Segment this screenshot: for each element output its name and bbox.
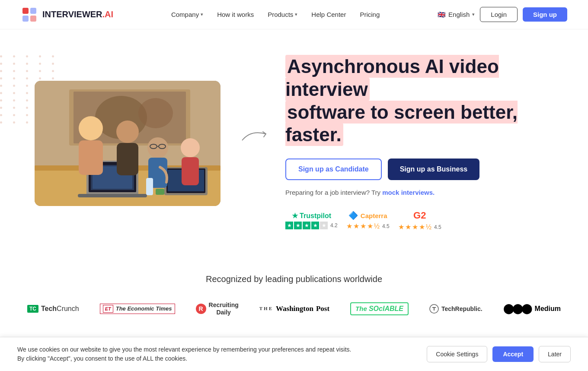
- techcrunch-logo: TC TechCrunch: [27, 305, 79, 313]
- mock-interviews-link[interactable]: mock interviews.: [382, 189, 435, 196]
- svg-rect-32: [156, 189, 164, 195]
- nav-item-products[interactable]: Products ▾: [268, 11, 297, 18]
- svg-point-22: [116, 120, 139, 143]
- hero-image: [35, 81, 220, 206]
- washington-post-logo: The Washington Post: [259, 304, 329, 313]
- navbar: INTERVIEWER.AI Company ▾ How it works Pr…: [0, 0, 588, 29]
- tech-republic-icon: [429, 304, 439, 314]
- hero-title: Asynchronous AI video interview software…: [285, 55, 567, 146]
- capterra-rating: 🔷 Capterra ★ ★ ★ ★ ½ 4.5: [346, 211, 390, 230]
- cookie-settings-button[interactable]: Cookie Settings: [427, 346, 487, 362]
- logo[interactable]: INTERVIEWER.AI: [21, 6, 113, 23]
- cookie-banner: We use cookies on our website to give yo…: [0, 337, 588, 371]
- sociable-logo: The SOcIABLE: [350, 302, 409, 315]
- g2-logo: G2: [413, 210, 426, 221]
- signup-button[interactable]: Sign up: [523, 7, 567, 22]
- trustpilot-score: 4.2: [330, 222, 338, 228]
- hero-image-container: [35, 81, 251, 206]
- g2-rating: G2 ★ ★ ★ ★ ½ 4.5: [398, 210, 441, 231]
- logo-icon: [21, 6, 38, 23]
- capterra-logo-icon: 🔷: [348, 211, 358, 220]
- cookie-accept-button[interactable]: Accept: [492, 346, 534, 362]
- svg-rect-2: [30, 8, 36, 14]
- svg-point-9: [138, 98, 173, 128]
- capterra-stars: ★ ★ ★ ★ ½ 4.5: [346, 222, 390, 230]
- publications-title: Recognized by leading publications world…: [21, 274, 567, 284]
- svg-rect-3: [22, 16, 29, 22]
- cookie-actions: Cookie Settings Accept Later: [427, 346, 571, 362]
- signup-candidate-button[interactable]: Sign up as Candidate: [285, 159, 382, 180]
- trustpilot-logo: ★ Trustpilot: [292, 212, 331, 220]
- trustpilot-rating: ★ Trustpilot ★ ★ ★ ★ ★ 4.2: [285, 212, 338, 229]
- login-button[interactable]: Login: [480, 7, 518, 22]
- language-selector[interactable]: 🇬🇧 English ▾: [438, 11, 475, 19]
- medium-logo: ⬤⬤⬤ Medium: [503, 303, 561, 314]
- svg-rect-30: [182, 157, 199, 185]
- capterra-score: 4.5: [382, 223, 390, 229]
- svg-point-29: [181, 138, 200, 157]
- chevron-down-icon: ▾: [295, 12, 297, 17]
- svg-point-20: [79, 116, 103, 140]
- svg-rect-31: [146, 178, 153, 195]
- nav-item-company[interactable]: Company ▾: [171, 11, 203, 18]
- svg-rect-21: [79, 140, 103, 175]
- flag-icon: 🇬🇧: [438, 11, 446, 19]
- logo-text: INTERVIEWER.AI: [42, 10, 113, 19]
- hero-section: Asynchronous AI video interview software…: [0, 29, 588, 257]
- economic-times-logo: ET The Economic Times: [100, 304, 175, 314]
- chevron-down-icon: ▾: [472, 12, 475, 17]
- recruiting-daily-logo: R RecruitingDaily: [196, 301, 239, 316]
- ratings-section: ★ Trustpilot ★ ★ ★ ★ ★ 4.2 🔷 Capterra: [285, 210, 567, 231]
- recruiting-daily-icon: R: [196, 304, 206, 314]
- svg-rect-16: [78, 194, 147, 197]
- nav-item-how-it-works[interactable]: How it works: [217, 11, 254, 18]
- signup-business-button[interactable]: Sign up as Business: [388, 159, 479, 180]
- hero-buttons: Sign up as Candidate Sign up as Business: [285, 159, 567, 180]
- cookie-later-button[interactable]: Later: [539, 346, 571, 362]
- g2-score: 4.5: [434, 224, 441, 230]
- nav-item-pricing[interactable]: Pricing: [360, 11, 380, 18]
- nav-item-help-center[interactable]: Help Center: [311, 11, 346, 18]
- tech-republic-logo: TechRepublic.: [429, 304, 483, 314]
- hero-content: Asynchronous AI video interview software…: [251, 55, 567, 231]
- cookie-text: We use cookies on our website to give yo…: [17, 345, 355, 363]
- hero-subtext: Preparing for a job interview? Try mock …: [285, 189, 567, 196]
- logo-text-ai: .AI: [102, 10, 114, 19]
- chevron-down-icon: ▾: [201, 12, 203, 17]
- nav-links: Company ▾ How it works Products ▾ Help C…: [171, 11, 380, 18]
- g2-stars: ★ ★ ★ ★ ½ 4.5: [398, 223, 441, 231]
- svg-rect-4: [30, 16, 36, 22]
- arrow-decoration: [238, 127, 272, 146]
- trustpilot-stars: ★ ★ ★ ★ ★ 4.2: [285, 222, 338, 229]
- capterra-logo: Capterra: [361, 212, 387, 219]
- nav-actions: 🇬🇧 English ▾ Login Sign up: [438, 7, 567, 22]
- svg-rect-1: [22, 8, 29, 14]
- svg-rect-23: [117, 143, 138, 175]
